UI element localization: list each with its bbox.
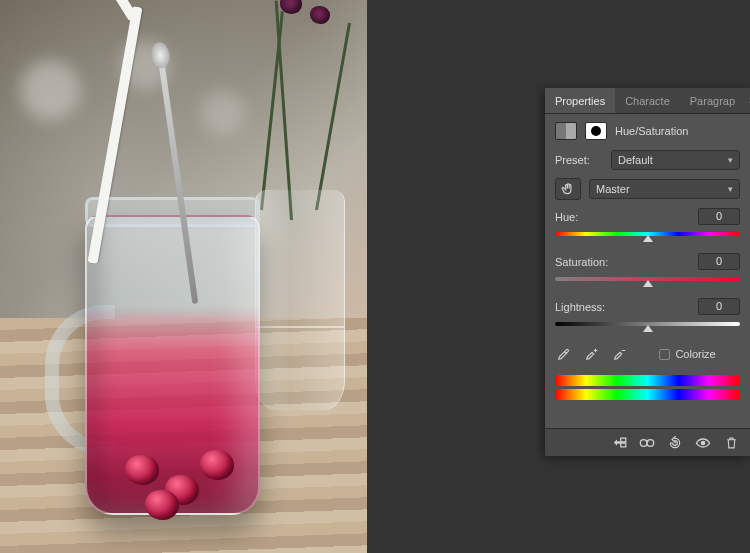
photo-bokeh — [20, 60, 80, 120]
preset-label: Preset: — [555, 154, 603, 166]
hue-slider[interactable] — [555, 229, 740, 239]
clip-to-layer-button[interactable] — [610, 434, 628, 452]
collapse-icon[interactable]: » — [745, 95, 750, 106]
panel-tabs: Properties Characte Paragrap » ▮ ≡ — [545, 88, 750, 114]
adjustment-title: Hue/Saturation — [615, 125, 688, 137]
targeted-adjustment-button[interactable] — [555, 178, 581, 200]
eyedropper-subtract-icon[interactable] — [611, 345, 629, 363]
document-canvas[interactable] — [0, 0, 367, 553]
photo-vase — [255, 190, 345, 410]
preset-select[interactable]: Default ▾ — [611, 150, 740, 170]
properties-panel: Properties Characte Paragrap » ▮ ≡ Hue/S… — [545, 88, 750, 456]
view-previous-button[interactable] — [638, 434, 656, 452]
reset-button[interactable] — [666, 434, 684, 452]
lightness-slider[interactable] — [555, 319, 740, 329]
svg-point-3 — [701, 441, 704, 444]
color-spectrum — [555, 375, 740, 400]
chevron-down-icon: ▾ — [728, 155, 733, 165]
saturation-label: Saturation: — [555, 256, 608, 268]
eyedropper-add-icon[interactable] — [583, 345, 601, 363]
delete-button[interactable] — [722, 434, 740, 452]
tab-paragraph[interactable]: Paragrap — [680, 88, 745, 113]
channel-select[interactable]: Master ▾ — [589, 179, 740, 199]
preset-value: Default — [618, 154, 653, 166]
svg-point-1 — [640, 439, 647, 446]
tab-properties[interactable]: Properties — [545, 88, 615, 113]
saturation-input[interactable]: 0 — [698, 253, 740, 270]
colorize-checkbox[interactable]: Colorize — [659, 348, 715, 360]
tab-character[interactable]: Characte — [615, 88, 680, 113]
hue-label: Hue: — [555, 211, 578, 223]
eyedropper-icon[interactable] — [555, 345, 573, 363]
visibility-button[interactable] — [694, 434, 712, 452]
lightness-input[interactable]: 0 — [698, 298, 740, 315]
photo-jar — [55, 155, 255, 520]
channel-value: Master — [596, 183, 630, 195]
hue-input[interactable]: 0 — [698, 208, 740, 225]
colorize-label: Colorize — [675, 348, 715, 360]
saturation-slider[interactable] — [555, 274, 740, 284]
adjustment-type-icon[interactable] — [555, 122, 577, 140]
panel-footer — [545, 428, 750, 456]
layer-mask-icon[interactable] — [585, 122, 607, 140]
chevron-down-icon: ▾ — [728, 184, 733, 194]
lightness-label: Lightness: — [555, 301, 605, 313]
